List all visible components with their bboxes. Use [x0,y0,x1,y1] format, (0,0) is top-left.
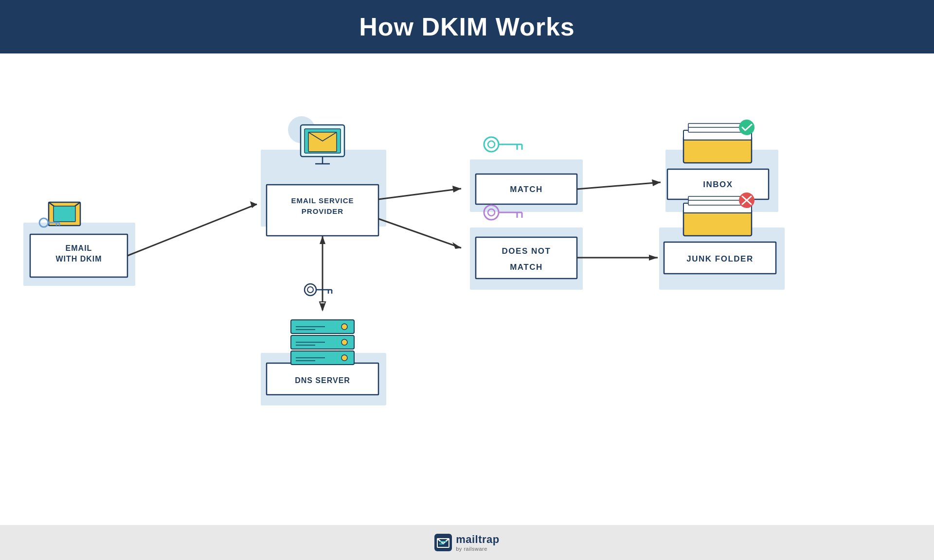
page-title: How DKIM Works [359,12,575,41]
svg-marker-31 [320,303,325,310]
svg-text:WITH DKIM: WITH DKIM [55,255,102,263]
svg-rect-86 [688,196,747,200]
svg-point-40 [341,324,347,330]
svg-text:EMAIL: EMAIL [66,244,92,252]
svg-line-62 [577,182,661,189]
svg-marker-29 [320,236,325,244]
footer-brand: mailtrap [456,533,500,546]
svg-line-16 [127,204,257,256]
svg-point-57 [484,137,499,152]
svg-rect-71 [476,237,577,279]
svg-line-53 [378,219,461,248]
mailtrap-logo-icon [434,534,452,551]
svg-text:MATCH: MATCH [510,185,543,194]
svg-point-58 [488,141,495,148]
svg-marker-80 [649,255,658,261]
footer-sub: by railsware [456,546,487,552]
svg-rect-69 [688,123,747,127]
svg-marker-52 [452,186,461,192]
svg-text:EMAIL SERVICE: EMAIL SERVICE [291,196,354,205]
footer-text: mailtrap by railsware [456,533,500,552]
svg-point-70 [739,120,754,135]
svg-line-51 [378,189,461,199]
svg-point-44 [341,339,347,345]
svg-marker-63 [652,179,661,186]
svg-text:PROVIDER: PROVIDER [302,207,343,215]
svg-rect-93 [439,543,444,544]
svg-text:DOES NOT: DOES NOT [502,246,551,256]
svg-point-32 [305,284,316,296]
main-content: EMAIL WITH DKIM [0,53,934,525]
svg-rect-92 [439,541,447,542]
footer: mailtrap by railsware [0,525,934,560]
svg-rect-11 [54,206,75,222]
svg-text:JUNK FOLDER: JUNK FOLDER [686,254,753,263]
svg-text:MATCH: MATCH [510,262,543,272]
page-header: How DKIM Works [0,0,934,53]
svg-point-48 [341,355,347,361]
svg-text:INBOX: INBOX [703,180,733,189]
svg-point-33 [307,287,313,293]
diagram-container: EMAIL WITH DKIM [0,53,934,525]
svg-text:DNS SERVER: DNS SERVER [295,376,350,385]
footer-logo: mailtrap by railsware [434,533,500,552]
